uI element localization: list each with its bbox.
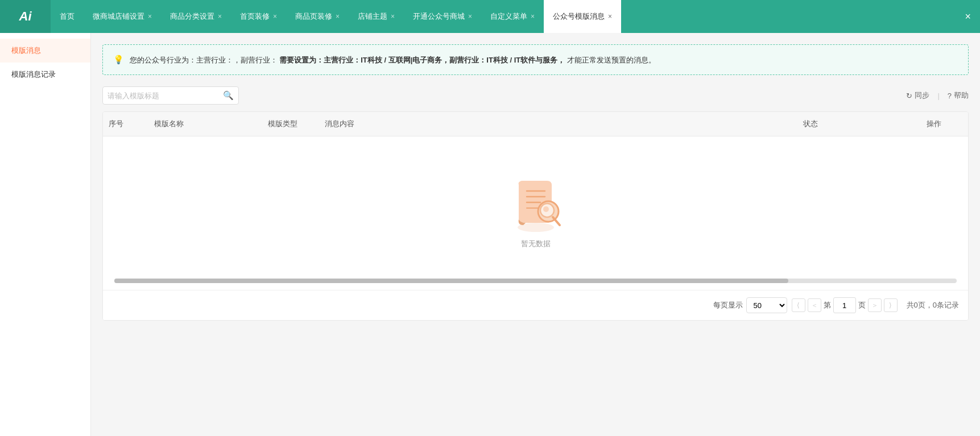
page-label-before: 第 bbox=[824, 300, 831, 310]
toolbar-right: ↻ 同步 | ? 帮助 bbox=[906, 90, 969, 101]
sync-icon: ↻ bbox=[906, 92, 912, 100]
close-tab-template-message[interactable]: × bbox=[608, 13, 612, 20]
scrollbar-thumb bbox=[114, 279, 788, 283]
top-nav: Ai 首页微商城店铺设置×商品分类设置×首页装修×商品页装修×店铺主题×开通公众… bbox=[0, 0, 980, 33]
page-size-wrap: 每页显示 50 10 20 100 bbox=[713, 297, 787, 313]
page-label-after: 页 bbox=[858, 300, 866, 310]
nav-tab-category-settings[interactable]: 商品分类设置× bbox=[161, 0, 231, 33]
nav-tab-open-wechat-mall[interactable]: 开通公众号商城× bbox=[404, 0, 481, 33]
nav-tab-shop-settings[interactable]: 微商城店铺设置× bbox=[84, 0, 161, 33]
empty-text: 暂无数据 bbox=[521, 239, 551, 249]
table-header: 序号 模版名称 模版类型 消息内容 状态 操作 bbox=[103, 112, 968, 136]
close-tab-custom-menu[interactable]: × bbox=[531, 13, 535, 20]
notice-highlight: 需要设置为：主营行业：IT科技 / 互联网|电子商务，副营行业：IT科技 / I… bbox=[279, 56, 565, 64]
notice-icon: 💡 bbox=[113, 55, 124, 64]
next-page-button[interactable]: ＞ bbox=[868, 298, 882, 312]
scrollbar-wrap bbox=[103, 272, 968, 290]
col-header-content: 消息内容 bbox=[319, 112, 797, 136]
nav-tab-product-decoration[interactable]: 商品页装修× bbox=[286, 0, 349, 33]
close-tab-open-wechat-mall[interactable]: × bbox=[468, 13, 472, 20]
sidebar-item-template-message[interactable]: 模版消息 bbox=[0, 39, 90, 63]
page-total: 共0页，0条记录 bbox=[907, 300, 959, 310]
main-layout: 模版消息模版消息记录 💡 您的公众号行业为：主营行业：，副营行业： 需要设置为：… bbox=[0, 33, 980, 436]
help-label: 帮助 bbox=[954, 90, 969, 101]
svg-point-8 bbox=[543, 206, 549, 212]
notice-box: 💡 您的公众号行业为：主营行业：，副营行业： 需要设置为：主营行业：IT科技 /… bbox=[102, 44, 969, 75]
help-button[interactable]: ? 帮助 bbox=[948, 90, 969, 101]
nav-tab-home-decoration[interactable]: 首页装修× bbox=[231, 0, 286, 33]
col-header-status: 状态 bbox=[797, 112, 900, 136]
help-icon: ? bbox=[948, 92, 952, 100]
page-size-label: 每页显示 bbox=[713, 300, 743, 310]
close-all-button[interactable]: × bbox=[956, 0, 980, 33]
nav-tab-shop-theme[interactable]: 店铺主题× bbox=[349, 0, 404, 33]
close-tab-home-decoration[interactable]: × bbox=[273, 13, 277, 20]
close-tab-shop-settings[interactable]: × bbox=[148, 13, 152, 20]
nav-tab-template-message[interactable]: 公众号模版消息× bbox=[544, 0, 621, 33]
empty-state: 暂无数据 bbox=[103, 136, 968, 272]
empty-illustration bbox=[502, 171, 570, 239]
sync-label: 同步 bbox=[915, 90, 929, 101]
data-table: 序号 模版名称 模版类型 消息内容 状态 操作 bbox=[102, 111, 969, 321]
page-size-select[interactable]: 50 10 20 100 bbox=[746, 297, 787, 313]
sync-button[interactable]: ↻ 同步 bbox=[906, 90, 929, 101]
search-button[interactable]: 🔍 bbox=[223, 90, 234, 101]
nav-tabs: 首页微商城店铺设置×商品分类设置×首页装修×商品页装修×店铺主题×开通公众号商城… bbox=[51, 0, 956, 33]
horizontal-scrollbar[interactable] bbox=[114, 279, 957, 283]
close-tab-shop-theme[interactable]: × bbox=[391, 13, 395, 20]
col-header-name: 模版名称 bbox=[148, 112, 262, 136]
sidebar-item-template-message-log[interactable]: 模版消息记录 bbox=[0, 63, 90, 86]
close-tab-product-decoration[interactable]: × bbox=[336, 13, 340, 20]
prev-page-button[interactable]: ＜ bbox=[808, 298, 821, 312]
content-area: 💡 您的公众号行业为：主营行业：，副营行业： 需要设置为：主营行业：IT科技 /… bbox=[91, 33, 980, 436]
col-header-no: 序号 bbox=[103, 112, 148, 136]
col-header-action: 操作 bbox=[900, 112, 968, 136]
nav-tab-home[interactable]: 首页 bbox=[51, 0, 84, 33]
notice-text-prefix: 您的公众号行业为：主营行业：，副营行业： bbox=[130, 56, 278, 64]
search-input[interactable] bbox=[107, 92, 223, 100]
search-input-wrap: 🔍 bbox=[102, 86, 239, 105]
close-tab-category-settings[interactable]: × bbox=[218, 13, 222, 20]
last-page-button[interactable]: ⟩ bbox=[884, 298, 898, 312]
pagination: 每页显示 50 10 20 100 ⟨ ＜ 第 页 ＞ ⟩ bbox=[103, 290, 968, 320]
search-bar: 🔍 ↻ 同步 | ? 帮助 bbox=[102, 86, 969, 105]
col-header-type: 模版类型 bbox=[262, 112, 319, 136]
sidebar: 模版消息模版消息记录 bbox=[0, 33, 91, 436]
divider: | bbox=[937, 92, 939, 100]
nav-tab-custom-menu[interactable]: 自定义菜单× bbox=[481, 0, 544, 33]
current-page-input[interactable] bbox=[833, 297, 856, 313]
page-nav: ⟨ ＜ 第 页 ＞ ⟩ bbox=[792, 297, 898, 313]
first-page-button[interactable]: ⟨ bbox=[792, 298, 805, 312]
notice-text-suffix: 才能正常发送预置的消息。 bbox=[567, 56, 656, 64]
app-logo: Ai bbox=[0, 0, 51, 33]
